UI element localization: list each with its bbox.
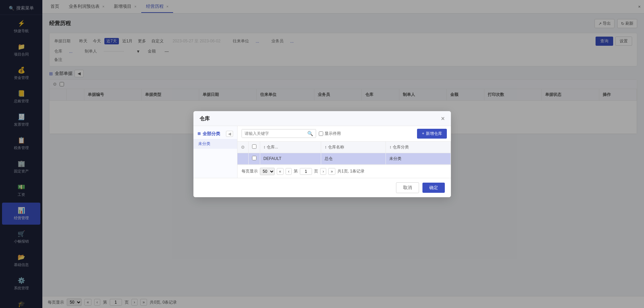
- modal-sidebar-collapse-btn[interactable]: ◀: [226, 131, 233, 137]
- show-disabled-checkbox[interactable]: [319, 131, 323, 136]
- modal-row-gear: [237, 153, 249, 164]
- modal-select-all[interactable]: [252, 144, 256, 149]
- modal-sidebar-all-label[interactable]: 全部分类: [203, 131, 220, 137]
- modal-search-btn[interactable]: 🔍: [305, 131, 316, 136]
- modal-row-code: DEFAULT: [260, 153, 321, 164]
- modal-search-input[interactable]: [242, 129, 305, 138]
- modal-row-checkbox: [248, 153, 260, 164]
- show-disabled-label: 显示停用: [325, 131, 341, 137]
- modal-total-text: 共1页, 1条记录: [337, 168, 365, 174]
- modal-title: 仓库: [200, 116, 210, 122]
- modal-page-label-end: 页: [314, 168, 318, 174]
- modal-table-wrap: ⚙ ↕ 仓库... ↕ 仓库名称: [237, 142, 451, 165]
- plus-icon: +: [422, 131, 424, 136]
- grid-icon-small: ⊞: [198, 131, 201, 136]
- modal-row-check[interactable]: [252, 156, 256, 160]
- modal-body: ⊞ 全部分类 ◀ 未分类 🔍 显示停用: [193, 126, 451, 178]
- modal-per-page-label: 每页显示: [242, 168, 258, 174]
- modal-page-next[interactable]: ›: [320, 168, 326, 175]
- modal-toolbar: 🔍 显示停用 + 新增仓库: [237, 126, 451, 142]
- modal-sidebar-header: ⊞ 全部分类 ◀: [193, 129, 237, 139]
- modal-page-last[interactable]: »: [328, 168, 335, 175]
- modal-col-name-sort: ↕: [325, 145, 327, 149]
- modal-sidebar-unclassified-label: 未分类: [198, 141, 210, 146]
- modal-close-btn[interactable]: ×: [441, 115, 445, 122]
- modal-th-code: ↕ 仓库...: [260, 142, 321, 153]
- modal-add-btn[interactable]: + 新增仓库: [417, 129, 446, 139]
- modal-th-gear: ⚙: [237, 142, 249, 153]
- modal-footer: 取消 确定: [193, 178, 451, 197]
- modal-table-row[interactable]: DEFAULT 总仓 未分类: [237, 153, 451, 164]
- modal-main: 🔍 显示停用 + 新增仓库: [237, 126, 451, 178]
- modal-add-label: 新增仓库: [426, 131, 442, 137]
- modal-cancel-btn[interactable]: 取消: [396, 182, 419, 193]
- modal-row-category: 未分类: [386, 153, 451, 164]
- modal-col-cat-sort: ↕: [389, 145, 391, 149]
- modal-col-code-sort: ↕: [264, 145, 266, 149]
- modal-header: 仓库 ×: [193, 111, 451, 126]
- modal-per-page-select[interactable]: 50: [260, 168, 275, 175]
- modal-page-input[interactable]: [300, 168, 312, 175]
- modal-pagination: 每页显示 50 « ‹ 第 页 › » 共1页, 1条记录: [237, 165, 451, 178]
- modal-page-label: 第: [294, 168, 298, 174]
- modal-th-name: ↕ 仓库名称: [321, 142, 386, 153]
- modal-confirm-btn[interactable]: 确定: [422, 183, 445, 193]
- show-disabled-wrap: 显示停用: [319, 131, 341, 137]
- modal-th-checkbox: [248, 142, 260, 153]
- modal-search-wrap: 🔍: [242, 129, 316, 138]
- modal-table: ⚙ ↕ 仓库... ↕ 仓库名称: [237, 142, 451, 165]
- warehouse-modal: 仓库 × ⊞ 全部分类 ◀ 未分类: [193, 111, 451, 197]
- modal-page-first[interactable]: «: [277, 168, 284, 175]
- modal-table-gear[interactable]: ⚙: [241, 145, 245, 150]
- modal-row-name: 总仓: [321, 153, 386, 164]
- modal-sidebar: ⊞ 全部分类 ◀ 未分类: [193, 126, 237, 178]
- modal-th-category: ↕ 仓库分类: [386, 142, 451, 153]
- modal-table-header: ⚙ ↕ 仓库... ↕ 仓库名称: [237, 142, 451, 153]
- modal-sidebar-unclassified[interactable]: 未分类: [193, 139, 237, 149]
- modal-overlay: 仓库 × ⊞ 全部分类 ◀ 未分类: [0, 0, 644, 308]
- modal-page-prev[interactable]: ‹: [286, 168, 292, 175]
